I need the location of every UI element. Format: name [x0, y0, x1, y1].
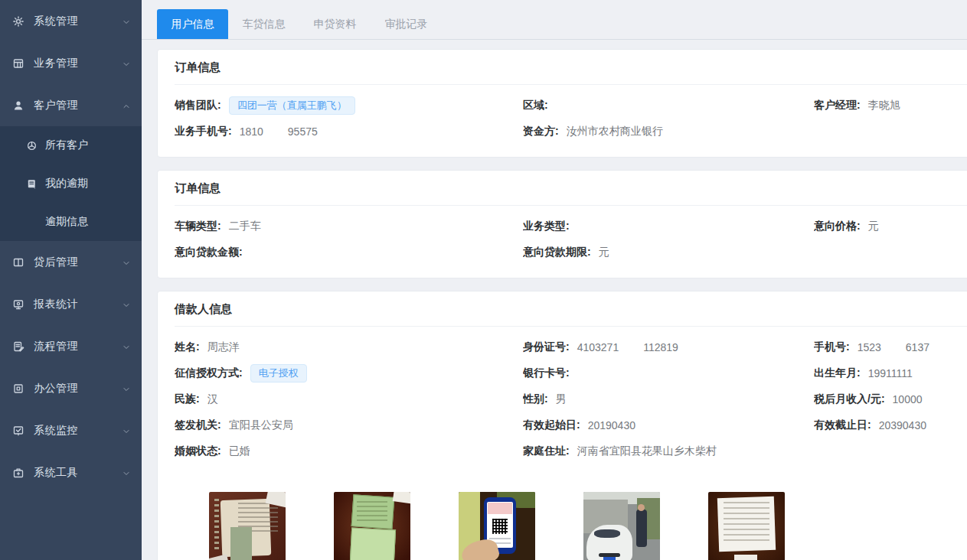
- field-label: 客户经理:: [814, 99, 861, 112]
- field-label: 手机号:: [814, 340, 850, 354]
- book-open-icon: [12, 256, 25, 269]
- field-intended-price: 意向价格: 元: [814, 213, 967, 239]
- field-valid-from: 有效起始日: 20190430: [523, 412, 814, 438]
- notebook-icon: [26, 178, 38, 190]
- id-card-photo[interactable]: 身份证: [209, 492, 286, 560]
- field-label: 身份证号:: [523, 340, 570, 354]
- censored-segment: [619, 341, 642, 353]
- field-value: 汝州市农村商业银行: [567, 125, 663, 138]
- sidebar-item-process-management[interactable]: 流程管理: [0, 325, 142, 367]
- field-value: 已婚: [229, 444, 250, 458]
- field-business-phone: 业务手机号: 181095575: [175, 119, 523, 145]
- field-income: 税后月收入/元: 10000: [814, 386, 967, 412]
- censored-segment: [882, 341, 905, 353]
- sidebar-item-all-customers[interactable]: 所有客户: [0, 126, 142, 164]
- user-icon: [12, 99, 25, 112]
- field-label: 征信授权方式:: [175, 366, 243, 380]
- field-marital-status: 婚姻状态: 已婚: [175, 438, 523, 464]
- sidebar-item-system-tools[interactable]: 系统工具: [0, 451, 142, 493]
- sidebar-item-overdue-info[interactable]: 逾期信息: [0, 203, 142, 241]
- sidebar-item-label: 逾期信息: [45, 215, 88, 229]
- tab-car-loan-info[interactable]: 车贷信息: [228, 9, 299, 39]
- field-credit-auth: 征信授权方式: 电子授权: [175, 360, 523, 386]
- sidebar-item-report-statistics[interactable]: 报表统计: [0, 283, 142, 325]
- field-intended-loan-amount: 意向贷款金额:: [175, 239, 523, 265]
- toolbox-icon: [12, 467, 25, 479]
- sidebar-item-label: 所有客户: [45, 138, 88, 152]
- field-value: 元: [599, 246, 609, 259]
- card-title: 借款人信息: [175, 291, 967, 327]
- sidebar-item-my-overdue[interactable]: 我的逾期: [0, 164, 142, 203]
- field-label: 区域:: [523, 99, 548, 112]
- chevron-down-icon: [122, 468, 131, 477]
- phone-qr-photo[interactable]: 征信授权: [459, 492, 535, 560]
- sidebar-item-system-management[interactable]: 系统管理: [0, 0, 142, 42]
- order-info-card-2: 订单信息 车辆类型: 二手车 业务类型: 意向价格: 元 意向贷款金额: 意向贷…: [157, 170, 967, 278]
- field-label: 银行卡号:: [523, 366, 570, 380]
- field-label: 签发机关:: [175, 418, 221, 432]
- tab-user-info[interactable]: 用户信息: [157, 9, 228, 39]
- sidebar-item-customer-management[interactable]: 客户管理: [0, 84, 142, 126]
- tab-loan-application-docs[interactable]: 申贷资料: [299, 9, 371, 39]
- field-label: 有效起始日:: [523, 418, 580, 432]
- wheel-icon: [26, 140, 38, 151]
- tab-approval-records[interactable]: 审批记录: [371, 9, 442, 39]
- chevron-up-icon: [122, 101, 131, 110]
- sidebar-item-office-management[interactable]: 办公管理: [0, 367, 142, 409]
- sidebar-item-label: 报表统计: [34, 298, 122, 311]
- sales-team-tag[interactable]: 四团一营（直属王鹏飞）: [229, 96, 355, 115]
- field-label: 民族:: [175, 392, 200, 406]
- field-value: 周志洋: [207, 340, 240, 354]
- field-issuing-authority: 签发机关: 宜阳县公安局: [175, 412, 523, 438]
- doc-edit-icon: [12, 340, 25, 353]
- field-value: 河南省宜阳县花果山乡木柴村: [577, 444, 717, 458]
- field-value: 4103271112819: [577, 341, 678, 353]
- chevron-down-icon: [122, 384, 131, 393]
- handwritten-document-photo[interactable]: 其他材料: [708, 492, 785, 560]
- sidebar-item-post-loan-management[interactable]: 贷后管理: [0, 241, 142, 283]
- credit-auth-tag[interactable]: 电子授权: [250, 364, 307, 383]
- chevron-down-icon: [122, 59, 131, 68]
- field-label: 家庭住址:: [523, 444, 570, 458]
- chevron-down-icon: [122, 17, 131, 26]
- field-value: 男: [556, 392, 567, 406]
- borrower-info-card: 借款人信息 姓名: 周志洋 身份证号: 4103271112819 手机号: 1…: [157, 291, 967, 560]
- field-value: 20390430: [879, 419, 926, 431]
- field-funder: 资金方: 汝州市农村商业银行: [523, 119, 814, 145]
- field-label: 业务手机号:: [175, 125, 232, 138]
- field-label: 意向价格:: [814, 220, 861, 233]
- person-car-thumbnail[interactable]: [583, 492, 660, 560]
- field-label: 婚姻状态:: [175, 444, 221, 458]
- field-region: 区域:: [523, 93, 814, 119]
- field-value: 汉: [207, 392, 218, 406]
- document-photos: 身份证 驾驶证副页 征信授权: [175, 477, 967, 560]
- sidebar-item-business-management[interactable]: 业务管理: [0, 42, 142, 84]
- chevron-down-icon: [122, 426, 131, 435]
- censored-segment: [264, 125, 287, 138]
- sidebar-item-label: 业务管理: [34, 57, 122, 70]
- id-card-photo-thumbnail[interactable]: [209, 492, 286, 560]
- sidebar-item-system-monitor[interactable]: 系统监控: [0, 409, 142, 451]
- field-label: 出生年月:: [814, 366, 861, 380]
- person-car-photo[interactable]: 人车照: [583, 492, 660, 560]
- field-label: 销售团队:: [175, 99, 221, 112]
- sidebar: 系统管理 业务管理 客户管理 所有客户 我的逾期 逾期信息: [0, 0, 142, 560]
- license-booklet-thumbnail[interactable]: [334, 492, 410, 560]
- field-id-number: 身份证号: 4103271112819: [523, 334, 814, 360]
- card-title: 订单信息: [175, 171, 967, 206]
- field-label: 有效截止日:: [814, 418, 871, 432]
- field-business-type: 业务类型:: [523, 213, 814, 239]
- field-label: 资金方:: [523, 125, 559, 138]
- gear-icon: [12, 15, 25, 28]
- chevron-down-icon: [122, 300, 131, 309]
- tab-bar: 用户信息 车贷信息 申贷资料 审批记录: [142, 9, 967, 40]
- field-intended-loan-term: 意向贷款期限: 元: [523, 239, 814, 265]
- field-label: 姓名:: [175, 340, 200, 354]
- field-gender: 性别: 男: [523, 386, 814, 412]
- sidebar-item-label: 贷后管理: [34, 256, 122, 269]
- handwritten-document-thumbnail[interactable]: [708, 492, 785, 560]
- field-label: 税后月收入/元:: [814, 392, 885, 406]
- license-booklet-photo[interactable]: 驾驶证副页: [334, 492, 410, 560]
- phone-qr-thumbnail[interactable]: [459, 492, 535, 560]
- field-label: 车辆类型:: [175, 220, 221, 233]
